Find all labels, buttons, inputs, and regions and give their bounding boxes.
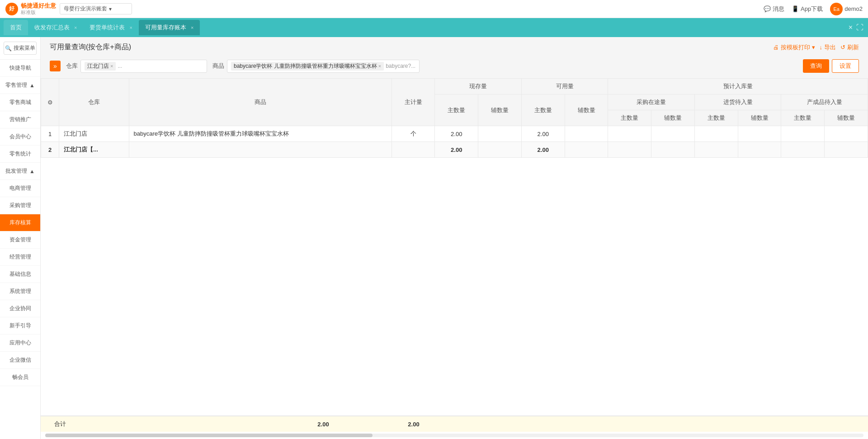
logo-text: 畅捷通好生意 标准版	[21, 2, 56, 15]
filter-buttons: 查询 设置	[803, 59, 859, 73]
row2-avail-aux	[565, 142, 608, 158]
search-menu-button[interactable]: 🔍 搜索菜单	[4, 42, 37, 55]
row1-avail-aux	[565, 126, 608, 142]
avatar-text: Ea	[834, 6, 840, 12]
refresh-button[interactable]: ↺ 刷新	[840, 43, 859, 52]
th-current-stock: 现存量	[435, 79, 522, 94]
tab-summary-close[interactable]: ×	[74, 25, 77, 30]
ecommerce-label: 电商管理	[9, 185, 31, 191]
inventory-label: 库存核算	[9, 219, 31, 226]
row1-unit: 个	[392, 126, 435, 142]
row1-fp-aux	[825, 126, 868, 142]
sidebar-search-area: 🔍 搜索菜单	[0, 37, 40, 60]
sidebar-item-basic-info[interactable]: 基础信息	[0, 266, 40, 283]
warehouse-tag-close[interactable]: ×	[110, 63, 113, 69]
sidebar-item-enterprise-collab[interactable]: 企业协同	[0, 300, 40, 317]
sidebar-item-wechat[interactable]: 企业微信	[0, 352, 40, 369]
sidebar-item-member[interactable]: 会员中心	[0, 128, 40, 146]
sidebar-item-retail-stats[interactable]: 零售统计	[0, 146, 40, 163]
refresh-icon: ↺	[840, 44, 845, 51]
product-filter-more: babycare?...	[386, 63, 415, 69]
tab-available-stock[interactable]: 可用量库存账本 ×	[139, 20, 200, 35]
th-purchase-transit: 采购在途量	[608, 94, 695, 110]
tab-home[interactable]: 首页	[4, 20, 28, 35]
print-label: 按模板打印	[781, 43, 810, 52]
horizontal-scrollbar[interactable]	[45, 434, 863, 437]
tab-order-stat-close[interactable]: ×	[129, 25, 132, 30]
sidebar-item-finance[interactable]: 资金管理	[0, 231, 40, 249]
search-menu-label: 搜索菜单	[14, 44, 35, 52]
row2-ip-main	[694, 142, 738, 158]
workspace-selector[interactable]: 母婴行业演示账套 ▾	[60, 3, 132, 14]
marketing-label: 营销推广	[9, 116, 31, 123]
tab-summary[interactable]: 收发存汇总表 ×	[28, 20, 83, 35]
sidebar-item-newbie[interactable]: 新手引导	[0, 317, 40, 335]
filter-expand-button[interactable]: »	[50, 61, 61, 71]
fullscreen-icon[interactable]: ⛶	[856, 24, 863, 32]
tab-home-label: 首页	[10, 24, 22, 32]
warehouse-filter-input[interactable]: 江北门店 × ...	[80, 60, 207, 73]
row1-warehouse: 江北门店	[59, 126, 129, 142]
th-settings[interactable]: ⚙	[41, 79, 59, 126]
sidebar-item-app-center[interactable]: 应用中心	[0, 335, 40, 352]
footer-stock-total: 2.00	[298, 421, 348, 428]
sidebar-item-marketing[interactable]: 营销推广	[0, 111, 40, 128]
sidebar-item-retail-mall[interactable]: 零售商城	[0, 94, 40, 111]
table-row: 1 江北门店 babycare学饮杯 儿童防摔防撞吸管杯重力球吸嘴杯宝宝水杯 个…	[41, 126, 868, 142]
sidebar-item-purchase[interactable]: 采购管理	[0, 197, 40, 214]
th-forecast-inbound: 预计入库量	[608, 79, 868, 94]
sidebar-items-container: 零售管理 ▲ 零售商城 营销推广 会员中心 零售统计 批发管理 ▲ 电商管理	[0, 77, 40, 439]
row2-pt-aux	[651, 142, 695, 158]
th-pt-main: 主数量	[608, 110, 651, 126]
sidebar-item-member2[interactable]: 畅会员	[0, 369, 40, 386]
table-container: ⚙ 仓库 商品 主计量 现存量 可用量 预计入库量 主数量 辅数量 主数量 辅数…	[41, 78, 868, 415]
row2-stock-main: 2.00	[435, 142, 478, 158]
system-label: 系统管理	[9, 288, 31, 294]
close-all-tabs-icon[interactable]: ×	[849, 24, 853, 32]
row2-stock-aux	[478, 142, 522, 158]
sidebar-item-inventory[interactable]: 库存核算	[0, 214, 40, 231]
th-ip-main: 主数量	[694, 110, 738, 126]
sidebar-item-ecommerce[interactable]: 电商管理	[0, 180, 40, 197]
brand-name: 畅捷通好生意	[21, 2, 56, 9]
print-icon: 🖨	[773, 44, 779, 51]
finance-label: 资金管理	[9, 236, 31, 243]
scroll-thumb[interactable]	[45, 434, 373, 437]
username: demo2	[844, 5, 863, 12]
top-bar: 好 畅捷通好生意 标准版 母婴行业演示账套 ▾ 💬 消息 📱 App下载 Ea …	[0, 0, 868, 18]
row1-stock-aux	[478, 126, 522, 142]
sidebar-item-system[interactable]: 系统管理	[0, 283, 40, 300]
tab-available-stock-close[interactable]: ×	[191, 25, 193, 30]
sidebar-item-wholesale[interactable]: 批发管理 ▲	[0, 163, 40, 180]
product-tag-close[interactable]: ×	[378, 63, 381, 69]
query-button[interactable]: 查询	[803, 59, 829, 73]
th-avail-aux: 辅数量	[565, 94, 608, 126]
th-ip-aux: 辅数量	[738, 110, 781, 126]
app-download-button[interactable]: 📱 App下载	[792, 5, 823, 13]
export-icon: ↓	[820, 44, 823, 51]
th-main-unit: 主计量	[392, 79, 435, 126]
row2-fp-aux	[825, 142, 868, 158]
sidebar-item-retail-mgmt[interactable]: 零售管理 ▲	[0, 77, 40, 94]
export-button[interactable]: ↓ 导出	[820, 43, 836, 52]
product-filter-input[interactable]: babycare学饮杯 儿童防摔防撞吸管杯重力球吸嘴杯宝宝水杯 × babyca…	[227, 60, 420, 73]
sidebar-item-operations[interactable]: 经营管理	[0, 249, 40, 266]
sidebar-quick-nav[interactable]: 快捷导航	[0, 60, 40, 77]
sidebar: 🔍 搜索菜单 快捷导航 零售管理 ▲ 零售商城 营销推广 会员中心 零售统计	[0, 37, 41, 439]
row1-ip-aux	[738, 126, 781, 142]
row1-stock-main: 2.00	[435, 126, 478, 142]
content-area: 可用量查询(按仓库+商品) 🖨 按模板打印 ▾ ↓ 导出 ↺ 刷新	[41, 37, 868, 439]
messages-button[interactable]: 💬 消息	[764, 5, 784, 13]
brand-sub: 标准版	[21, 9, 56, 15]
setting-button[interactable]: 设置	[832, 59, 859, 73]
row2-pt-main	[608, 142, 651, 158]
scrollbar-area	[41, 432, 868, 439]
quick-nav-label: 快捷导航	[9, 65, 31, 71]
refresh-label: 刷新	[847, 43, 859, 52]
th-stock-aux: 辅数量	[478, 94, 522, 126]
user-profile[interactable]: Ea demo2	[830, 3, 863, 15]
tab-order-stat[interactable]: 要货单统计表 ×	[83, 20, 138, 35]
print-button[interactable]: 🖨 按模板打印 ▾	[773, 43, 815, 52]
filter-area: » 仓库 江北门店 × ... 商品	[41, 56, 868, 78]
nav-actions: × ⛶	[849, 24, 868, 32]
